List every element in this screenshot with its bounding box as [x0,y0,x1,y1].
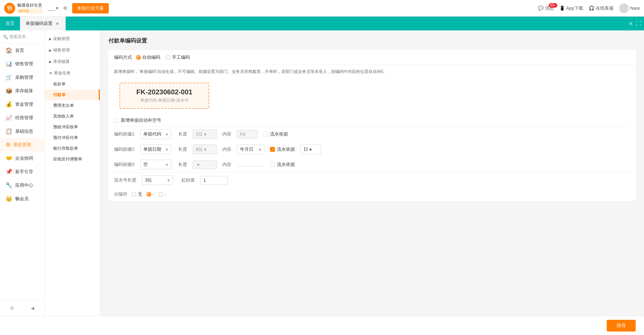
tab-home[interactable]: 首页 [0,17,20,30]
sep-dot2-dot [158,192,163,197]
waterflow-label-2: 流水依据 [277,146,295,152]
sidebar-search[interactable]: 🔍 搜索菜单 [0,30,45,44]
manual-encode-radio[interactable]: 手工编码 [166,54,190,61]
left-nav-leaf-pre-offset-ap[interactable]: 预付冲应付单 [45,132,100,143]
chevron-down-icon: ▾ [204,132,206,137]
left-nav-group-sales-title[interactable]: ▶ 销售管理 [45,45,100,56]
settings-icon[interactable]: ⚙ [60,3,70,13]
setting-panel: 编码方式 自动编码 手工编码 新增单据时，'单据编码'自动生成，不可编辑。前缀设… [108,50,636,201]
sidebar-item-label: 销售管理 [15,61,33,67]
length-control-3[interactable]: ▾ [193,160,217,169]
sidebar-item-label: 企业协同 [15,155,33,161]
sidebar-item-label: 采购管理 [15,74,33,81]
sep-dot-radio[interactable]: - [146,192,154,197]
collapse-sidebar-btn[interactable]: ◀ [23,304,42,312]
waterflow-checkbox-1[interactable]: 流水依据 [263,131,288,137]
left-nav-leaf-adjustment[interactable]: 应收应付调整单 [45,154,100,165]
sidebar-item-basic[interactable]: 📋 基础信息 [0,124,45,138]
waterflow-checkbox-2[interactable]: ✓ 流水依据 [270,146,295,152]
prefix-select-3[interactable]: 空 ▾ [140,160,171,169]
user-avatar[interactable]: Nare [619,3,640,13]
content-select-2[interactable]: 年月日 ▾ [237,145,265,154]
page-title: 付款单编码设置 [108,37,636,45]
sidebar-item-finance[interactable]: 💰 资金管理 [0,97,45,111]
waterflow-label-1: 流水依据 [270,131,288,137]
prefix-select-1[interactable]: 单据代码 ▾ [140,129,171,139]
topbar-nav: ___ ▾ ⚙ 体验行业方案 [48,3,109,13]
sidebar: 🔍 搜索菜单 🏠 首页 📊 销售管理 🛒 采购管理 📦 库存核算 💰 资金管理 … [0,30,45,316]
sidebar-item-apps[interactable]: 🔧 应用中心 [0,178,45,192]
sidebar-item-label: 系统管理 [13,142,31,148]
prefix-value-2: 单据日期 [143,146,161,152]
close-tab-icon[interactable]: ✕ [55,21,60,26]
expand-icon[interactable]: ⛶ [636,20,641,27]
left-nav-leaf-pre-offset-ar[interactable]: 预收冲应收单 [45,122,100,132]
content-value-2: 年月日 [240,146,253,152]
sidebar-item-label: 基础信息 [15,128,33,134]
sidebar-item-guide[interactable]: 📌 新手引导 [0,165,45,178]
left-nav-leaf-bank[interactable]: 银行存取款单 [45,143,100,154]
tab-encoding-settings[interactable]: 单据编码设置 ✕ [20,17,66,30]
sidebar-item-sales[interactable]: 📊 销售管理 [0,57,45,71]
sidebar-item-inventory[interactable]: 📦 库存核算 [0,84,45,97]
length-control-2[interactable]: 8位 ▾ [193,145,217,154]
sep-dot2-radio[interactable]: · [158,192,166,197]
encoding-tab-label: 单据编码设置 [26,20,52,27]
left-nav-leaf-receipt[interactable]: 收款单 [45,79,100,90]
config-row-3: 编码前缀3 空 ▾ 长度 ▾ 内容 流水依据 [108,157,636,172]
sidebar-item-label: 应用中心 [15,182,33,188]
message-icon: 💬 [538,6,544,11]
chevron-down-icon: ▾ [56,6,58,11]
left-nav-group-inventory: ▶ 库存核算 [45,56,100,67]
chevron-down-icon: ▾ [204,147,206,152]
prefix-select-2[interactable]: 单据日期 ▾ [140,145,171,154]
sidebar-item-vip[interactable]: 👑 畅会员 [0,192,45,205]
left-nav-group-purchase-title[interactable]: ▶ 采购管理 [45,33,100,45]
sidebar-item-system[interactable]: ⚙ 系统管理 [0,138,45,151]
start-value-input[interactable] [200,176,228,185]
content-label-2: 内容 [222,146,231,152]
experience-button[interactable]: 体验行业方案 [72,3,109,13]
length-value-1: 2位 [196,131,203,137]
chevron-down-icon: ▼ [49,72,52,75]
manual-encode-dot [166,55,171,60]
day-select-2[interactable]: 日 ▾ [300,145,321,154]
sep-none-label: 无 [138,191,142,197]
content-value-3 [237,163,265,166]
sidebar-item-home[interactable]: 🏠 首页 [0,44,45,57]
auto-fill-checkbox-box [114,118,119,123]
left-nav-leaf-other-income[interactable]: 其他收入单 [45,111,100,122]
avatar-image [619,3,629,13]
flow-num-label: 流水号长度 [114,177,136,183]
save-button[interactable]: 保存 [607,320,636,332]
length-control-1[interactable]: 2位 ▾ [193,129,217,139]
nav-dropdown[interactable]: ___ ▾ [48,6,58,11]
left-nav-leaf-expense[interactable]: 费用支出单 [45,100,100,111]
left-nav-group-sales: ▶ 销售管理 [45,45,100,56]
flow-num-select[interactable]: 3位 ▾ [142,175,173,185]
waterflow-checkbox-3[interactable]: 流水依据 [270,161,295,168]
chevron-down-icon: ▾ [167,178,170,183]
left-nav-leaf-payment[interactable]: 付款单 [45,90,100,100]
left-nav-group-inventory-title[interactable]: ▶ 库存核算 [45,56,100,67]
sidebar-item-operation[interactable]: 📈 经营管理 [0,111,45,124]
chevron-right-icon: ▶ [49,48,52,52]
sidebar-item-label: 库存核算 [15,88,33,94]
collapse-icon[interactable]: ✕ [628,20,633,27]
app-download-item[interactable]: 📱 App下载 [559,5,583,11]
sidebar-item-collab[interactable]: 🤝 企业协同 [0,151,45,165]
sidebar-item-purchase[interactable]: 🛒 采购管理 [0,71,45,84]
message-item[interactable]: 💬 消息 99+ [538,5,554,11]
sep-none-radio[interactable]: 无 [132,191,142,197]
info-text: 新增单据时，'单据编码'自动生成，不可编辑。前缀设置为部门、业务员等档案类，开单… [108,65,636,78]
bottom-bar: 保存 [0,316,644,335]
chevron-down-icon: ▾ [166,132,168,137]
online-service-item[interactable]: 🎧 在线客服 [589,5,614,11]
auto-encode-radio[interactable]: 自动编码 [136,54,160,61]
auto-fill-checkbox[interactable]: 新增单据自动补空号 [114,117,161,123]
settings-bottom-btn[interactable]: ⚙ [3,304,22,312]
tab-bar: 首页 单据编码设置 ✕ ✕ ⛶ [0,17,644,30]
content-area: ▶ 采购管理 ▶ 销售管理 ▶ 库存核算 ▼ 资金往来 [45,30,644,316]
left-nav-group-funds-title[interactable]: ▼ 资金往来 [45,67,100,79]
sidebar-search-label: 搜索菜单 [9,34,26,40]
